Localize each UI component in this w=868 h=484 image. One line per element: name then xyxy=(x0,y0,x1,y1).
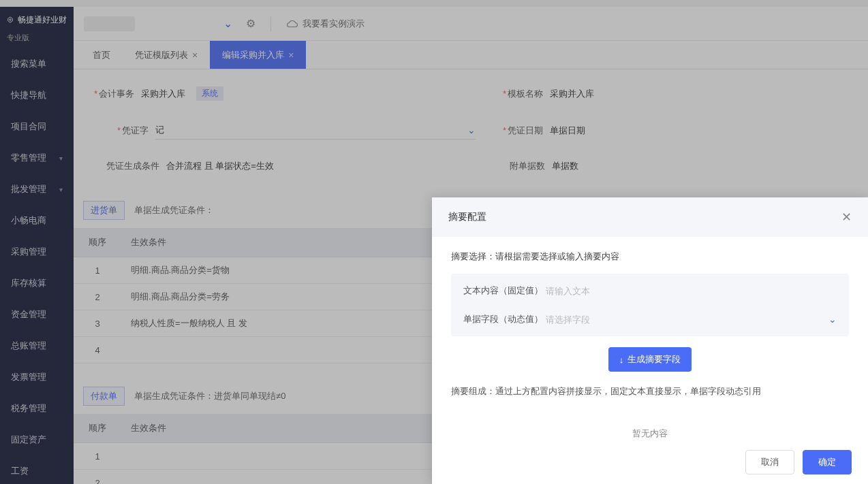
text-content-input[interactable] xyxy=(546,286,837,296)
modal-title: 摘要配置 xyxy=(448,211,486,223)
modal-footer: 取消 确定 xyxy=(432,440,868,484)
chevron-down-icon[interactable]: ⌄ xyxy=(828,314,837,325)
text-content-label: 文本内容（固定值） xyxy=(463,285,543,297)
download-icon: ↓ xyxy=(619,355,624,365)
compose-tip: 摘要组成：通过上方配置内容拼接显示，固定文本直接显示，单据字段动态引用 xyxy=(451,385,849,398)
generate-summary-button[interactable]: ↓ 生成摘要字段 xyxy=(608,347,692,372)
empty-placeholder: 暂无内容 xyxy=(451,411,849,440)
field-label: 单据字段（动态值） xyxy=(463,313,543,325)
summary-config-modal: 摘要配置 ✕ 摘要选择：请根据需要选择或输入摘要内容 文本内容（固定值） 单据字… xyxy=(432,197,868,484)
modal-body: 摘要选择：请根据需要选择或输入摘要内容 文本内容（固定值） 单据字段（动态值） … xyxy=(432,237,868,440)
ok-button[interactable]: 确定 xyxy=(803,450,852,474)
modal-header: 摘要配置 ✕ xyxy=(432,197,868,237)
summary-select-tip: 摘要选择：请根据需要选择或输入摘要内容 xyxy=(451,251,849,263)
config-box: 文本内容（固定值） 单据字段（动态值） ⌄ xyxy=(451,274,849,336)
close-icon[interactable]: ✕ xyxy=(841,210,852,225)
field-select[interactable] xyxy=(546,314,826,325)
cancel-button[interactable]: 取消 xyxy=(745,450,794,474)
